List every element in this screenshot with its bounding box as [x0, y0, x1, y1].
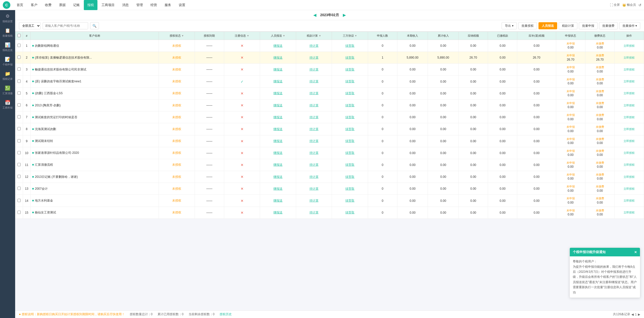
row-checkbox[interactable]: [17, 199, 21, 202]
row-action[interactable]: 立即授权: [614, 99, 644, 111]
batch-ops-btn[interactable]: 批量操作 ▾: [619, 22, 640, 29]
next-period-btn[interactable]: ▶: [343, 13, 346, 17]
nav-item-首页[interactable]: 首页: [13, 0, 27, 10]
row-checkbox[interactable]: [17, 163, 21, 166]
row-checkbox[interactable]: [17, 67, 21, 71]
row-three-party[interactable]: 绿苔取: [332, 147, 368, 159]
row-three-party[interactable]: 绿苔取: [332, 159, 368, 171]
row-person-submit[interactable]: 继报送: [260, 171, 296, 183]
row-action[interactable]: 立即授权: [614, 195, 644, 207]
sidebar-item-批量报税[interactable]: 📋批量报税: [1, 26, 14, 40]
row-three-party[interactable]: 绿苔取: [332, 123, 368, 135]
row-checkbox[interactable]: [17, 211, 21, 214]
row-action[interactable]: 立即授权: [614, 123, 644, 135]
row-tax-calc[interactable]: 待计算: [296, 171, 332, 183]
row-checkbox[interactable]: [17, 115, 21, 118]
row-checkbox[interactable]: [17, 103, 21, 107]
sidebar-item-报税设置[interactable]: ⚙报税设置: [1, 11, 14, 25]
row-action[interactable]: 立即授权: [614, 147, 644, 159]
select-all-checkbox[interactable]: [17, 34, 21, 37]
row-action[interactable]: 立即授权: [614, 183, 644, 195]
page-next-btn[interactable]: ▶: [638, 313, 640, 316]
row-person-submit[interactable]: 继报送: [260, 87, 296, 99]
row-checkbox[interactable]: [17, 151, 21, 154]
search-input[interactable]: [43, 22, 88, 29]
row-checkbox[interactable]: [17, 56, 21, 59]
auth-history-link[interactable]: 授权历史: [220, 312, 232, 316]
nav-item-经营[interactable]: 经营: [147, 0, 161, 10]
th-person-submit[interactable]: 人员报送 ▼: [260, 32, 296, 40]
th-three-party[interactable]: 三方协议 ▼: [332, 32, 368, 40]
row-action[interactable]: 立即授权: [614, 111, 644, 123]
row-tax-calc[interactable]: 待计算: [296, 76, 332, 87]
row-action[interactable]: 立即授权: [614, 76, 644, 87]
row-tax-calc[interactable]: 待计算: [296, 99, 332, 111]
row-checkbox[interactable]: [17, 91, 21, 95]
row-three-party[interactable]: 绿苔取: [332, 52, 368, 64]
row-three-party[interactable]: 绿苔取: [332, 183, 368, 195]
row-person-submit[interactable]: 继报送: [260, 99, 296, 111]
row-three-party[interactable]: 绿苔取: [332, 171, 368, 183]
row-checkbox[interactable]: [17, 175, 21, 178]
prev-period-btn[interactable]: ◀: [313, 13, 316, 17]
row-action[interactable]: 立即授权: [614, 52, 644, 64]
row-action[interactable]: 立即授权: [614, 159, 644, 171]
row-three-party[interactable]: 绿苔取: [332, 207, 368, 218]
row-person-submit[interactable]: 继报送: [260, 64, 296, 76]
row-person-submit[interactable]: 继报送: [260, 135, 296, 147]
nav-item-报税[interactable]: 报税: [84, 0, 97, 10]
fullscreen-btn[interactable]: ⛶ 全屏: [610, 3, 620, 7]
row-tax-calc[interactable]: 待计算: [296, 195, 332, 207]
row-person-submit[interactable]: 继报送: [260, 52, 296, 64]
row-tax-calc[interactable]: 待计算: [296, 40, 332, 52]
batch-submit-btn[interactable]: 批量申报: [579, 22, 598, 29]
row-action[interactable]: 立即授权: [614, 135, 644, 147]
refresh-btn[interactable]: ↺: [638, 3, 641, 7]
row-checkbox[interactable]: [17, 44, 21, 47]
row-tax-calc[interactable]: 待计算: [296, 87, 332, 99]
nav-item-工商项目[interactable]: 工商项目: [98, 0, 118, 10]
row-action[interactable]: 立即授权: [614, 64, 644, 76]
row-tax-calc[interactable]: 待计算: [296, 183, 332, 195]
nav-item-服务[interactable]: 服务: [161, 0, 175, 10]
th-reg-info[interactable]: 注册信息 ▼: [224, 32, 260, 40]
row-tax-calc[interactable]: 待计算: [296, 159, 332, 171]
row-person-submit[interactable]: 继报送: [260, 183, 296, 195]
person-submit-btn[interactable]: 人员报送: [538, 22, 557, 29]
row-checkbox[interactable]: [17, 139, 21, 142]
nav-item-客户[interactable]: 客户: [27, 0, 41, 10]
row-three-party[interactable]: 绿苔取: [332, 40, 368, 52]
row-action[interactable]: 立即授权: [614, 171, 644, 183]
row-action[interactable]: 立即授权: [614, 87, 644, 99]
row-three-party[interactable]: 绿苔取: [332, 87, 368, 99]
notification-close-btn[interactable]: ✕: [634, 250, 637, 254]
member-btn[interactable]: 👑 畅会员: [622, 3, 636, 7]
row-tax-calc[interactable]: 待计算: [296, 123, 332, 135]
row-tax-calc[interactable]: 待计算: [296, 52, 332, 64]
nav-item-管理[interactable]: 管理: [133, 0, 146, 10]
sidebar-item-工商年报[interactable]: 📅工商年报: [1, 98, 14, 112]
row-tax-calc[interactable]: 待计算: [296, 207, 332, 218]
row-three-party[interactable]: 绿苔取: [332, 99, 368, 111]
sidebar-item-报税总览[interactable]: 📊报税总览: [1, 40, 14, 54]
tax-calc-btn[interactable]: 税款计算: [559, 22, 577, 29]
th-tax-calc[interactable]: 税款计算 ▼: [296, 32, 332, 40]
nav-item-记账[interactable]: 记账: [70, 0, 83, 10]
nav-item-消息[interactable]: 消息: [119, 0, 132, 10]
row-three-party[interactable]: 绿苔取: [332, 111, 368, 123]
row-tax-calc[interactable]: 待计算: [296, 147, 332, 159]
batch-fee-btn[interactable]: 批量缴费: [599, 22, 618, 29]
sidebar-item-个税申报[interactable]: 📝个税申报: [1, 55, 14, 68]
row-person-submit[interactable]: 继报送: [260, 40, 296, 52]
nav-item-票据[interactable]: 票据: [56, 0, 69, 10]
search-button[interactable]: 🔍: [90, 22, 99, 29]
row-tax-calc[interactable]: 待计算: [296, 135, 332, 147]
row-checkbox[interactable]: [17, 187, 21, 190]
row-person-submit[interactable]: 继报送: [260, 111, 296, 123]
batch-auth-btn[interactable]: 批量授权: [518, 22, 537, 29]
row-three-party[interactable]: 绿苔取: [332, 195, 368, 207]
row-action[interactable]: 立即授权: [614, 207, 644, 218]
sidebar-item-汇算清缴[interactable]: 💹汇算清缴: [1, 83, 14, 97]
app-logo[interactable]: C: [3, 1, 11, 9]
th-auth-status[interactable]: 授权状态 ▼: [159, 32, 195, 40]
